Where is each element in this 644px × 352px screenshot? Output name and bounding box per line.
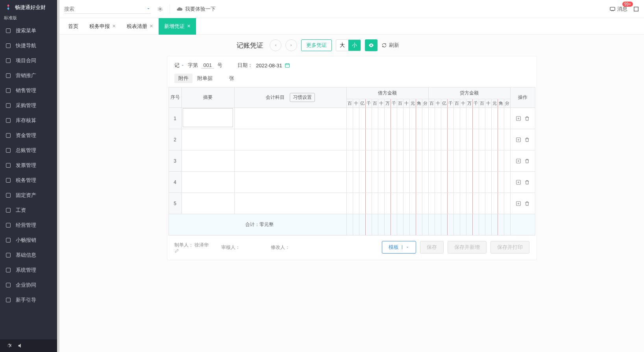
credit-cell-0-2[interactable] [441,108,447,129]
debit-cell-3-5[interactable] [378,172,384,193]
credit-cell-2-7[interactable] [472,150,479,172]
credit-cell-4-2[interactable] [441,193,447,214]
credit-cell-3-1[interactable] [435,172,441,193]
debit-cell-1-10[interactable] [409,129,416,150]
debit-cell-4-12[interactable] [422,193,428,214]
credit-cell-1-2[interactable] [441,129,447,150]
debit-cell-2-0[interactable] [346,150,353,172]
debit-cell-4-5[interactable] [378,193,384,214]
credit-cell-2-11[interactable] [498,150,504,172]
sidebar-item-13[interactable]: 经营管理 [0,218,57,233]
debit-cell-2-10[interactable] [409,150,416,172]
debit-cell-1-4[interactable] [372,129,378,150]
next-voucher-button[interactable] [285,39,297,51]
credit-cell-3-11[interactable] [498,172,504,193]
credit-cell-4-4[interactable] [453,193,460,214]
credit-cell-1-7[interactable] [472,129,479,150]
debit-cell-1-11[interactable] [416,129,422,150]
credit-cell-0-9[interactable] [485,108,491,129]
credit-cell-4-5[interactable] [460,193,466,214]
save-and-new-button[interactable]: 保存并新增 [448,241,487,254]
debit-cell-4-1[interactable] [353,193,359,214]
delete-row-icon-4[interactable] [524,201,530,206]
sidebar-item-16[interactable]: 系统管理 [0,263,57,278]
sidebar-item-6[interactable]: 库存核算 [0,113,57,128]
credit-cell-0-12[interactable] [504,108,510,129]
credit-cell-4-12[interactable] [504,193,510,214]
voucher-type-select[interactable]: 记 [174,62,185,69]
credit-cell-3-12[interactable] [504,172,510,193]
credit-cell-3-2[interactable] [441,172,447,193]
summary-cell-1[interactable] [181,129,234,150]
credit-cell-4-3[interactable] [447,193,453,214]
tab-close-2[interactable]: ✕ [150,24,153,29]
preview-button[interactable] [365,39,378,51]
debit-cell-4-2[interactable] [359,193,365,214]
credit-cell-4-6[interactable] [466,193,472,214]
summary-cell-3[interactable] [181,172,234,193]
debit-cell-3-0[interactable] [346,172,353,193]
credit-cell-3-6[interactable] [466,172,472,193]
credit-cell-1-11[interactable] [498,129,504,150]
debit-cell-3-7[interactable] [390,172,397,193]
sidebar-item-17[interactable]: 企业协同 [0,278,57,293]
credit-cell-2-6[interactable] [466,150,472,172]
add-row-icon-3[interactable] [516,180,521,185]
debit-cell-2-6[interactable] [384,150,390,172]
subject-cell-3[interactable] [234,172,346,193]
add-row-icon-1[interactable] [516,137,521,143]
tab-0[interactable]: 首页 [63,18,84,35]
debit-cell-1-0[interactable] [346,129,353,150]
try-link[interactable]: 我要体验一下 [176,6,216,13]
debit-cell-1-9[interactable] [403,129,409,150]
add-row-icon-2[interactable] [516,158,521,164]
credit-cell-2-1[interactable] [435,150,441,172]
chevron-down-icon[interactable] [146,6,151,11]
debit-cell-4-3[interactable] [365,193,372,214]
debit-cell-1-1[interactable] [353,129,359,150]
prev-voucher-button[interactable] [270,39,281,51]
gear-icon[interactable] [157,6,163,12]
credit-cell-3-0[interactable] [428,172,435,193]
credit-cell-1-9[interactable] [485,129,491,150]
credit-cell-0-3[interactable] [447,108,453,129]
tab-close-1[interactable]: ✕ [112,24,116,29]
sidebar-item-0[interactable]: 搜索菜单 [0,23,57,38]
save-button[interactable]: 保存 [420,241,444,254]
subject-cell-2[interactable] [234,150,346,172]
debit-cell-2-2[interactable] [359,150,365,172]
sidebar-item-1[interactable]: 快捷导航 [0,38,57,53]
subject-cell-0[interactable] [234,108,346,129]
credit-cell-4-1[interactable] [435,193,441,214]
credit-cell-2-4[interactable] [453,150,460,172]
debit-cell-4-7[interactable] [390,193,397,214]
credit-cell-3-3[interactable] [447,172,453,193]
sidebar-item-2[interactable]: 项目合同 [0,53,57,68]
sidebar-item-8[interactable]: 总账管理 [0,143,57,158]
habit-settings-button[interactable]: 习惯设置 [290,93,315,102]
attachment-tab[interactable]: 附件 [174,74,192,83]
summary-cell-2[interactable] [181,150,234,172]
delete-row-icon-1[interactable] [524,137,530,143]
debit-cell-0-11[interactable] [416,108,422,129]
debit-cell-3-6[interactable] [384,172,390,193]
credit-cell-3-8[interactable] [479,172,485,193]
message-button[interactable]: 消息 99+ [609,6,627,13]
settings-icon[interactable] [6,343,12,349]
debit-cell-0-4[interactable] [372,108,378,129]
tab-2[interactable]: 税表清册✕ [121,18,159,35]
voucher-date-input[interactable]: 2022-08-31 [256,63,290,69]
sidebar-item-9[interactable]: 发票管理 [0,158,57,173]
credit-cell-4-9[interactable] [485,193,491,214]
credit-cell-0-7[interactable] [472,108,479,129]
credit-cell-3-7[interactable] [472,172,479,193]
refresh-button[interactable]: 刷新 [381,42,399,49]
sidebar-item-14[interactable]: 小畅报销 [0,233,57,248]
debit-cell-2-8[interactable] [397,150,403,172]
debit-cell-0-3[interactable] [365,108,372,129]
tab-close-3[interactable]: ✕ [187,24,191,29]
credit-cell-1-10[interactable] [491,129,498,150]
search-input[interactable] [64,6,146,12]
debit-cell-1-7[interactable] [390,129,397,150]
credit-cell-4-8[interactable] [479,193,485,214]
